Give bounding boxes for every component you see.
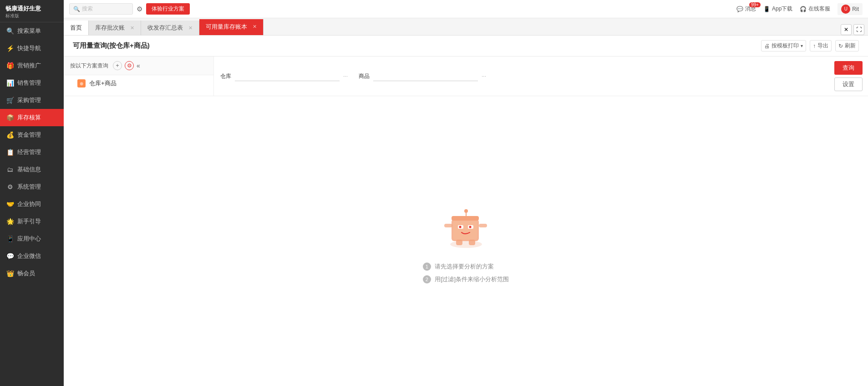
sidebar-item-enterprise-coop[interactable]: 🤝企业协同 — [0, 196, 64, 213]
hint-text-1: 请先选择要分析的方案 — [435, 262, 494, 271]
sidebar-label-marketing-promo: 营销推广 — [17, 62, 41, 70]
hint-num-1: 1 — [423, 262, 431, 271]
sidebar-item-basic-info[interactable]: 🗂基础信息 — [0, 161, 64, 178]
main-area: 🔍 搜索 ⚙ 体验行业方案 💬 消息 99+ 📱 App下载 🎧 在线客服 U … — [64, 0, 868, 386]
sidebar-icon-enterprise-wechat: 💬 — [6, 252, 14, 260]
goods-field-group: 商品 ··· — [359, 72, 486, 81]
sidebar-label-search: 搜索菜单 — [17, 27, 41, 35]
tab-inventory-summary[interactable]: 收发存汇总表✕ — [141, 21, 199, 35]
empty-state: 1 请先选择要分析的方案 2 用[过滤]条件来缩小分析范围 — [64, 96, 868, 386]
sidebar-scroll: 🔍搜索菜单⚡快捷导航🎁营销推广📊销售管理🛒采购管理📦库存核算💰资金管理📋经营管理… — [0, 22, 64, 386]
svg-rect-12 — [456, 240, 462, 245]
app-label: App下载 — [772, 5, 792, 13]
print-label: 按模板打印 — [772, 42, 799, 50]
sidebar-item-purchase-mgmt[interactable]: 🛒采购管理 — [0, 92, 64, 109]
export-label: 导出 — [817, 42, 828, 50]
sidebar-item-search[interactable]: 🔍搜索菜单 — [0, 22, 64, 40]
sidebar-icon-sys-mgmt: ⚙ — [6, 183, 14, 190]
sidebar-item-member[interactable]: 👑畅会员 — [0, 265, 64, 282]
search-icon: 🔍 — [73, 6, 80, 12]
sidebar-icon-inventory-calc: 📦 — [6, 114, 14, 121]
sidebar-label-sales-mgmt: 销售管理 — [17, 79, 41, 87]
gear-icon[interactable]: ⚙ — [137, 5, 142, 13]
sidebar-label-member: 畅会员 — [17, 269, 35, 278]
empty-hints: 1 请先选择要分析的方案 2 用[过滤]条件来缩小分析范围 — [423, 262, 509, 283]
export-btn[interactable]: ↑ 导出 — [810, 40, 832, 51]
sidebar-item-marketing-promo[interactable]: 🎁营销推广 — [0, 57, 64, 74]
topbar-right: 💬 消息 99+ 📱 App下载 🎧 在线客服 U Rit — [736, 3, 863, 15]
print-template-btn[interactable]: 🖨 按模板打印 ▾ — [761, 40, 806, 51]
close-tab-window-btn[interactable]: ✕ — [841, 24, 852, 35]
industry-btn[interactable]: 体验行业方案 — [146, 3, 190, 15]
sidebar-item-enterprise-wechat[interactable]: 💬企业微信 — [0, 247, 64, 265]
sidebar-icon-finance-mgmt: 💰 — [6, 131, 14, 139]
query-btn[interactable]: 查询 — [834, 61, 863, 75]
sidebar-icon-shortcut: ⚡ — [6, 45, 14, 52]
empty-hint-1: 1 请先选择要分析的方案 — [423, 262, 509, 271]
query-buttons: 查询 设置 — [829, 57, 868, 96]
logo-title: 畅康通好生意 — [5, 5, 58, 13]
settings-btn[interactable]: 设置 — [834, 77, 863, 91]
headset-icon: 🎧 — [800, 6, 807, 12]
warehouse-input[interactable] — [235, 72, 340, 81]
sidebar-item-new-guide[interactable]: 🌟新手引导 — [0, 213, 64, 230]
tab-label-batch-account: 库存批次账 — [95, 24, 125, 32]
topbar-search[interactable]: 🔍 搜索 — [69, 3, 133, 15]
sidebar-label-new-guide: 新手引导 — [17, 217, 41, 226]
user-avatar: U — [841, 5, 850, 14]
sidebar-label-purchase-mgmt: 采购管理 — [17, 96, 41, 104]
query-fields: 仓库 ··· 商品 ··· — [214, 57, 829, 96]
sidebar-items-container: 🔍搜索菜单⚡快捷导航🎁营销推广📊销售管理🛒采购管理📦库存核算💰资金管理📋经营管理… — [0, 22, 64, 282]
settings-scheme-btn[interactable]: ⚙ — [125, 61, 134, 70]
sidebar-icon-enterprise-coop: 🤝 — [6, 201, 14, 208]
sidebar-icon-basic-info: 🗂 — [6, 166, 14, 173]
user-menu[interactable]: U Rit — [838, 3, 863, 15]
sidebar-item-sales-mgmt[interactable]: 📊销售管理 — [0, 74, 64, 92]
tab-close-batch-account[interactable]: ✕ — [130, 25, 134, 31]
sidebar-label-sys-mgmt: 系统管理 — [17, 183, 41, 191]
content-actions: 🖨 按模板打印 ▾ ↑ 导出 ↻ 刷新 — [761, 40, 859, 51]
sidebar-item-sys-mgmt[interactable]: ⚙系统管理 — [0, 178, 64, 196]
sidebar-label-ops-mgmt: 经营管理 — [17, 148, 41, 156]
goods-label: 商品 — [359, 72, 370, 80]
sidebar-item-shortcut[interactable]: ⚡快捷导航 — [0, 40, 64, 57]
svg-rect-13 — [469, 240, 475, 245]
goods-more-btn[interactable]: ··· — [482, 73, 486, 79]
query-area: 按以下方案查询 + ⚙ « ⊕ 仓库+商品 仓库 — [64, 57, 868, 96]
sidebar-icon-new-guide: 🌟 — [6, 218, 14, 225]
app-download-btn[interactable]: 📱 App下载 — [763, 5, 792, 13]
svg-rect-10 — [444, 224, 452, 227]
tab-close-available-ledger[interactable]: ✕ — [253, 24, 257, 30]
warehouse-more-btn[interactable]: ··· — [343, 73, 348, 79]
collapse-scheme-btn[interactable]: « — [137, 62, 140, 69]
tab-label-inventory-summary: 收发存汇总表 — [147, 24, 183, 32]
expand-tab-window-btn[interactable]: ⛶ — [853, 24, 864, 35]
tab-label-available-ledger: 可用量库存账本 — [206, 23, 247, 31]
tab-batch-account[interactable]: 库存批次账✕ — [89, 21, 141, 35]
customer-service-btn[interactable]: 🎧 在线客服 — [800, 5, 830, 13]
tab-available-ledger[interactable]: 可用量库存账本✕ — [199, 19, 264, 35]
sidebar-label-basic-info: 基础信息 — [17, 165, 41, 174]
logo-sub: 标准版 — [5, 13, 58, 19]
sidebar-item-finance-mgmt[interactable]: 💰资金管理 — [0, 126, 64, 144]
tab-label-home: 首页 — [70, 24, 82, 32]
main-wrapper: 可用量查询(按仓库+商品) 🖨 按模板打印 ▾ ↑ 导出 ↻ 刷新 — [64, 36, 868, 386]
sidebar-label-finance-mgmt: 资金管理 — [17, 131, 41, 139]
hint-text-2: 用[过滤]条件来缩小分析范围 — [435, 275, 509, 283]
tabs-container: 首页库存批次账✕收发存汇总表✕可用量库存账本✕ — [64, 18, 264, 35]
add-scheme-btn[interactable]: + — [113, 61, 122, 70]
tab-close-inventory-summary[interactable]: ✕ — [188, 25, 193, 31]
sidebar-item-ops-mgmt[interactable]: 📋经营管理 — [0, 144, 64, 161]
tab-home[interactable]: 首页 — [64, 21, 89, 35]
scheme-actions: + ⚙ — [113, 61, 134, 70]
sidebar-icon-member: 👑 — [6, 270, 14, 277]
refresh-icon: ↻ — [838, 43, 843, 49]
sidebar-label-shortcut: 快捷导航 — [17, 44, 41, 52]
scheme-item-warehouse-goods[interactable]: ⊕ 仓库+商品 — [64, 75, 213, 92]
goods-input[interactable] — [373, 72, 478, 81]
sidebar-item-app-center[interactable]: 📱应用中心 — [0, 230, 64, 247]
sidebar-item-inventory-calc[interactable]: 📦库存核算 — [0, 109, 64, 126]
refresh-btn[interactable]: ↻ 刷新 — [835, 40, 859, 51]
sidebar-icon-search: 🔍 — [6, 27, 14, 35]
message-btn[interactable]: 💬 消息 99+ — [736, 5, 756, 13]
